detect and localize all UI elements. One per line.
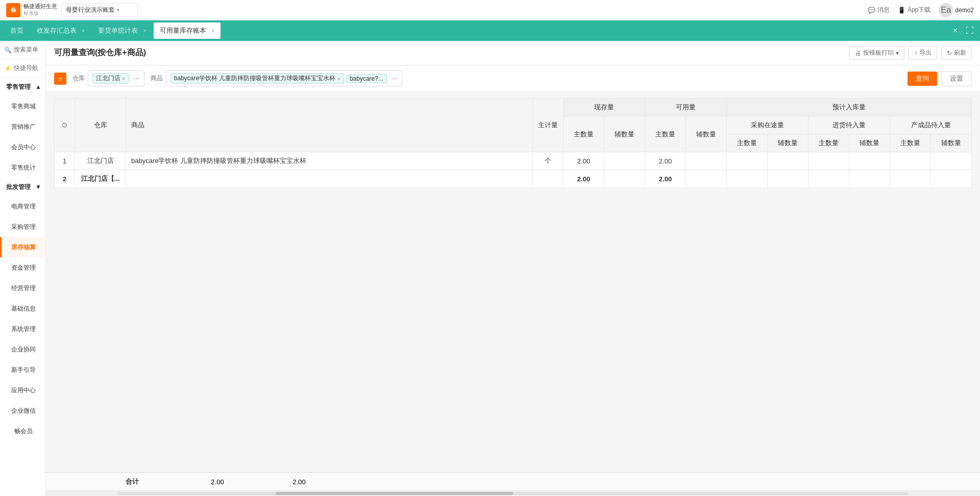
sidebar-vip-label: 畅会员: [14, 427, 33, 436]
cell-warehouse: 江北门店: [75, 152, 126, 170]
sidebar-system-label: 系统管理: [11, 325, 36, 334]
sidebar-item-enterprise[interactable]: 企业协同: [0, 339, 45, 360]
sidebar-wechat-label: 企业微信: [11, 407, 36, 415]
brand-name: 畅捷通好生意: [23, 3, 57, 10]
sidebar-item-ecommerce[interactable]: 电商管理: [0, 196, 45, 217]
message-button[interactable]: 💬 消息: [868, 6, 890, 14]
cell-seq: 2: [55, 170, 75, 188]
brand-logo: 畅 畅捷通好生意 标准版: [6, 3, 57, 17]
sidebar-item-system[interactable]: 系统管理: [0, 319, 45, 339]
message-icon: 💬: [868, 7, 875, 14]
user-profile[interactable]: Ea demo2: [939, 3, 974, 17]
brand-info: 畅捷通好生意 标准版: [23, 3, 57, 17]
sidebar-retail-shop-label: 零售商城: [11, 102, 36, 111]
warehouse-tag-remove[interactable]: ×: [122, 76, 125, 82]
sidebar-item-inventory[interactable]: 库存核算: [0, 237, 45, 257]
cell-warehouse: 江北门店【...: [75, 170, 126, 188]
sidebar-item-retail-stats[interactable]: 零售统计: [0, 157, 45, 178]
query-button[interactable]: 查询: [908, 72, 937, 86]
warehouse-filter-input[interactable]: 江北门店 × ···: [88, 70, 144, 86]
table-wrapper[interactable]: ⚙ 仓库 商品 主计量 现存量 可用量 预计入库量 主数量 辅数量 主数量 辅数…: [46, 92, 980, 472]
refresh-label: 刷新: [954, 49, 966, 57]
template-print-label: 按模板打印: [863, 49, 894, 57]
tab-available-label: 可用量库存账本: [160, 26, 206, 35]
footer-total-label: 合计: [126, 477, 197, 486]
filter-expand-button[interactable]: »: [54, 73, 66, 85]
tab-available[interactable]: 可用量库存账本 ×: [154, 22, 220, 39]
maximize-button[interactable]: ⛶: [964, 25, 976, 36]
product-tag-1: babycare学饮杯 儿童防摔防撞吸管杯重力球吸嘴杯宝宝水杯 ×: [170, 73, 344, 84]
settings-button[interactable]: 设置: [941, 71, 972, 86]
sidebar-item-member[interactable]: 会员中心: [0, 137, 45, 157]
tab-order-close[interactable]: ×: [143, 28, 146, 34]
sidebar-item-newbie[interactable]: 新手引导: [0, 360, 45, 380]
cell-product: babycare学饮杯 儿童防摔防撞吸管杯重力球吸嘴杯宝宝水杯: [126, 152, 533, 170]
cell-available-main: 2.00: [645, 170, 686, 188]
product-tag-2-text: babycare?...: [350, 75, 383, 82]
sidebar-item-wechat[interactable]: 企业微信: [0, 400, 45, 421]
product-tag-1-text: babycare学饮杯 儿童防摔防撞吸管杯重力球吸嘴杯宝宝水杯: [174, 74, 336, 83]
sidebar-search[interactable]: 🔍 搜索菜单: [0, 41, 45, 59]
sidebar-member-label: 会员中心: [11, 143, 36, 152]
industry-selector[interactable]: 母婴行业演示账套 ▾: [61, 3, 138, 17]
cell-available-aux: [686, 152, 727, 170]
th-stock-group: 现存量: [564, 99, 645, 116]
cell-production-main: [890, 170, 931, 188]
top-bar-right: 💬 消息 📱 App下载 Ea demo2: [868, 3, 974, 17]
sidebar-item-retail-shop[interactable]: 零售商城: [0, 96, 45, 116]
gear-icon[interactable]: ⚙: [61, 121, 68, 129]
username-label: demo2: [955, 7, 974, 14]
cell-stock-aux: [604, 170, 645, 188]
table-footer: 合计 2.00 2.00: [46, 472, 980, 491]
sidebar-ecommerce-label: 电商管理: [11, 202, 36, 211]
tab-collect-label: 收发存汇总表: [37, 26, 77, 35]
sidebar-item-finance[interactable]: 资金管理: [0, 257, 45, 278]
sidebar-item-basic[interactable]: 基础信息: [0, 298, 45, 319]
th-stock-main: 主数量: [564, 116, 604, 152]
warehouse-tag: 江北门店 ×: [92, 73, 129, 84]
nav-icon: ⚡: [4, 65, 12, 72]
footer-stock-main: 2.00: [197, 478, 238, 486]
warehouse-more-icon[interactable]: ···: [133, 74, 139, 83]
product-tag-1-remove[interactable]: ×: [337, 76, 340, 82]
sidebar-item-wholesale-mgmt[interactable]: 批发管理 ▼: [0, 178, 45, 196]
close-all-tabs-button[interactable]: ×: [951, 25, 960, 36]
sidebar-item-appstore[interactable]: 应用中心: [0, 380, 45, 400]
app-download-button[interactable]: 📱 App下载: [898, 6, 930, 14]
th-available-aux: 辅数量: [686, 116, 727, 152]
th-settings[interactable]: ⚙: [55, 99, 75, 152]
sidebar-item-marketing[interactable]: 营销推广: [0, 116, 45, 137]
bottom-scrollbar[interactable]: [46, 491, 980, 496]
table-row: 2 江北门店【... 2.00 2.00: [55, 170, 972, 188]
message-label: 消息: [877, 6, 890, 14]
product-filter-input[interactable]: babycare学饮杯 儿童防摔防撞吸管杯重力球吸嘴杯宝宝水杯 × babyca…: [166, 70, 403, 86]
export-button[interactable]: ↑ 导出: [909, 46, 937, 60]
th-incoming-main: 主数量: [808, 134, 849, 152]
cell-production-main: [890, 152, 931, 170]
nav-label: 快捷导航: [14, 64, 38, 73]
th-planned-group: 预计入库量: [727, 99, 972, 116]
tab-home[interactable]: 首页: [4, 22, 30, 39]
refresh-button[interactable]: ↻ 刷新: [941, 46, 972, 60]
sidebar-item-retail-mgmt[interactable]: 零售管理 ▲: [0, 78, 45, 96]
sidebar-item-operations[interactable]: 经营管理: [0, 278, 45, 298]
sidebar-nav[interactable]: ⚡ 快捷导航: [0, 59, 45, 78]
tab-available-close[interactable]: ×: [211, 28, 214, 34]
sidebar-item-vip[interactable]: 畅会员: [0, 421, 45, 441]
tab-collect-close[interactable]: ×: [82, 28, 85, 34]
main-layout: 🔍 搜索菜单 ⚡ 快捷导航 零售管理 ▲ 零售商城 营销推广 会员中心 零售统计…: [0, 41, 980, 496]
sidebar-item-purchase[interactable]: 采购管理: [0, 217, 45, 237]
filter-actions: 查询 设置: [908, 71, 972, 86]
brand-icon: 畅: [6, 3, 20, 17]
th-purchase-sub: 采购在途量: [727, 116, 808, 134]
product-filter-group: 商品 babycare学饮杯 儿童防摔防撞吸管杯重力球吸嘴杯宝宝水杯 × bab…: [151, 70, 403, 86]
cell-stock-main: 2.00: [564, 170, 604, 188]
product-more-icon[interactable]: ···: [391, 74, 398, 83]
tab-collect[interactable]: 收发存汇总表 ×: [31, 22, 91, 39]
th-production-sub: 产成品待入量: [890, 116, 972, 134]
template-print-button[interactable]: 🖨 按模板打印 ▾: [849, 46, 904, 60]
scroll-thumb[interactable]: [276, 492, 513, 495]
tab-order[interactable]: 要货单统计表 ×: [92, 22, 152, 39]
search-label: 搜索菜单: [14, 45, 38, 54]
page-header-actions: 🖨 按模板打印 ▾ ↑ 导出 ↻ 刷新: [849, 46, 972, 65]
